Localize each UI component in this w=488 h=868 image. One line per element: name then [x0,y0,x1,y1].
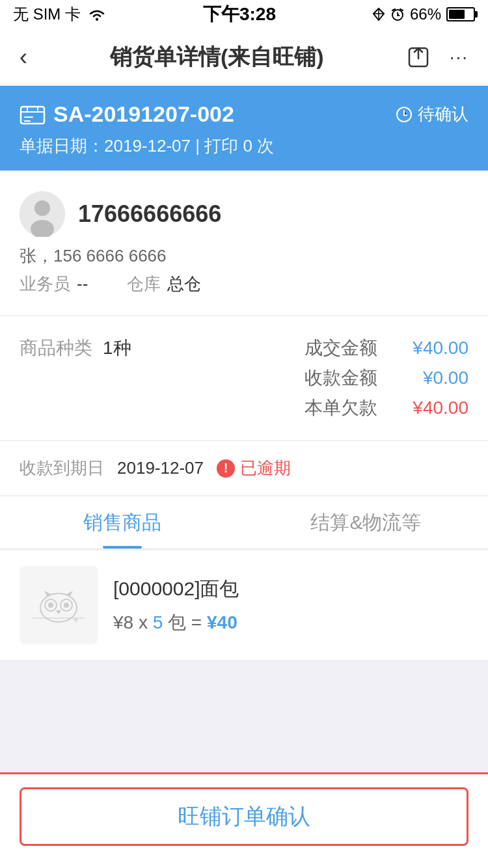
amount-value: ¥40.00 [390,338,468,359]
clock-icon [396,106,413,123]
wifi-icon [87,7,107,21]
order-status: 待确认 [396,103,468,126]
warehouse-value: 总仓 [167,273,201,295]
bottom-bar: 旺铺订单确认 [0,772,488,868]
product-type: 商品种类 1种 [20,336,131,360]
overdue-warning-icon: ! [217,459,235,478]
location-icon [372,7,385,21]
nav-actions: ··· [407,46,468,69]
status-bar-left: 无 SIM 卡 [13,4,107,25]
transaction-amount: 成交金额 ¥40.00 [305,336,468,360]
order-header: SA-20191207-002 待确认 单据日期：2019-12-07 | 打印… [0,86,488,170]
carrier-text: 无 SIM 卡 [13,4,81,25]
product-qty: 5 [153,612,163,632]
avatar [20,191,65,237]
empty-area [0,661,488,791]
tab-settlement[interactable]: 结算&物流等 [244,496,488,549]
debt-value: ¥40.00 [390,398,468,418]
order-header-top: SA-20191207-002 待确认 [20,102,468,127]
debt-amount: 本单欠款 ¥40.00 [305,396,468,420]
customer-top: 17666666666 [20,191,468,237]
received-amount: 收款金额 ¥0.00 [305,366,468,390]
customer-name-detail: 张，156 6666 6666 [20,245,468,267]
share-icon[interactable] [407,46,430,69]
product-total: ¥40 [207,612,237,632]
page-title: 销货单详情(来自旺铺) [110,42,324,72]
due-date-section: 收款到期日 2019-12-07 ! 已逾期 [0,441,488,495]
battery-indicator [446,7,475,21]
status-bar: 无 SIM 卡 下午3:28 66% [0,0,488,29]
received-value: ¥0.00 [390,368,468,388]
svg-point-0 [96,18,98,21]
more-button[interactable]: ··· [450,47,468,68]
svg-point-11 [48,603,53,608]
order-status-text: 待确认 [418,103,468,126]
status-bar-time: 下午3:28 [203,2,276,27]
order-icon [20,104,46,125]
order-id-row: SA-20191207-002 [20,102,234,127]
summary-section: 商品种类 1种 成交金额 ¥40.00 收款金额 ¥0.00 本单欠款 ¥40.… [0,316,488,440]
tabs-row: 销售商品 结算&物流等 [0,496,488,549]
tab-sales-product[interactable]: 销售商品 [0,496,244,549]
order-date: 单据日期：2019-12-07 | 打印 0 次 [20,135,468,157]
status-bar-right: 66% [372,5,475,23]
product-name: [0000002]面包 [113,576,468,603]
customer-phone: 17666666666 [78,200,221,228]
product-item: + [0000002]面包 ¥8 x 5 包 = ¥40 [20,566,468,644]
customer-section: 17666666666 张，156 6666 6666 业务员 -- 仓库 总仓 [0,172,488,315]
salesman-info: 业务员 -- [20,273,88,295]
warehouse-info: 仓库 总仓 [127,273,201,295]
due-date-value: 2019-12-07 [117,458,204,478]
svg-point-12 [64,603,69,608]
salesman-label: 业务员 [20,273,70,295]
type-label: 商品种类 [20,336,92,360]
salesman-value: -- [77,274,88,294]
warehouse-label: 仓库 [127,273,161,295]
battery-text: 66% [410,5,441,23]
overdue-badge: ! 已逾期 [217,457,291,480]
product-section: + [0000002]面包 ¥8 x 5 包 = ¥40 [0,550,488,660]
order-id-text: SA-20191207-002 [53,102,234,127]
tabs-section: 销售商品 结算&物流等 [0,496,488,549]
product-info: [0000002]面包 ¥8 x 5 包 = ¥40 [113,576,468,635]
debt-label: 本单欠款 [305,396,377,420]
amounts: 成交金额 ¥40.00 收款金额 ¥0.00 本单欠款 ¥40.00 [305,336,468,420]
overdue-text: 已逾期 [240,457,291,480]
product-price: ¥8 x 5 包 = ¥40 [113,610,468,635]
owl-logo-icon: + [33,586,85,625]
image-placeholder: + [33,586,85,625]
svg-text:+: + [73,614,79,625]
customer-meta: 业务员 -- 仓库 总仓 [20,273,468,295]
confirm-order-button[interactable]: 旺铺订单确认 [20,787,468,846]
type-value: 1种 [103,336,131,360]
due-label: 收款到期日 [20,457,104,480]
back-button[interactable]: ‹ [20,44,27,71]
amount-label: 成交金额 [305,336,377,360]
nav-bar: ‹ 销货单详情(来自旺铺) ··· [0,29,488,86]
alarm-icon [390,7,405,21]
svg-point-6 [34,200,50,216]
product-image: + [20,566,98,644]
received-label: 收款金额 [305,366,377,390]
